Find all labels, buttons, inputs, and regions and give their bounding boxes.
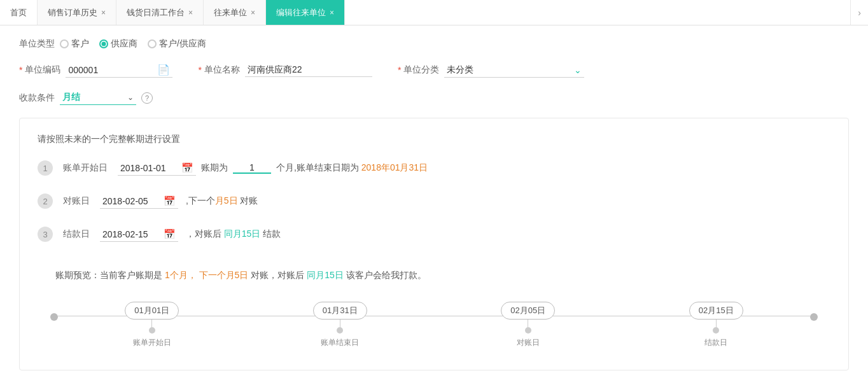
timeline-container: 01月01日 账单开始日 01月31日 账单结束日 02月05日 — [38, 292, 830, 355]
tab-edit-unit-label: 编辑往来单位 — [276, 7, 326, 18]
tab-related-units[interactable]: 往来单位 × — [204, 0, 266, 25]
tab-cash-work[interactable]: 钱货日清工作台 × — [116, 0, 204, 25]
payment-dropdown[interactable]: 月结 ⌄ — [60, 90, 136, 105]
radio-customer-circle — [60, 39, 69, 48]
period-row-2: 2 对账日 📅 ,下一个 月5日 对账 — [38, 194, 830, 209]
period-desc-1a: 账期为 — [201, 162, 228, 174]
period-desc-2a: ,下一个 — [183, 195, 215, 207]
unit-type-radio-group: 客户 供应商 客户/供应商 — [60, 38, 206, 50]
preview-end: 该客户会给我打款。 — [346, 270, 426, 280]
timeline-node-1: 01月01日 账单开始日 — [125, 302, 179, 348]
unit-code-input-box: 📄 — [66, 62, 172, 78]
start-date-input[interactable] — [120, 163, 181, 173]
unit-code-input[interactable] — [68, 65, 157, 75]
period-label-1: 账单开始日 — [63, 162, 108, 174]
payment-arrow: ⌄ — [127, 93, 134, 102]
period-num-3: 3 — [38, 227, 53, 242]
timeline-end-dot — [810, 313, 818, 321]
radio-both[interactable]: 客户/供应商 — [148, 38, 206, 50]
radio-supplier-label: 供应商 — [111, 38, 137, 50]
tabs-bar: 首页 销售订单历史 × 钱货日清工作台 × 往来单位 × 编辑往来单位 × › — [0, 0, 868, 25]
period-num-2: 2 — [38, 194, 53, 209]
timeline-node-1-dot — [149, 327, 155, 334]
timeline-start-dot — [50, 313, 58, 321]
tab-cash-work-label: 钱货日清工作台 — [127, 7, 185, 18]
unit-category-arrow: ⌄ — [574, 65, 582, 75]
timeline-node-2-dot — [337, 327, 343, 334]
radio-both-label: 客户/供应商 — [159, 38, 206, 50]
tab-scroll-arrow[interactable]: › — [850, 0, 868, 25]
timeline-node-3: 02月05日 对账日 — [501, 302, 555, 348]
timeline-node-1-date: 01月01日 — [125, 302, 179, 320]
unit-fields-row: * 单位编码 📄 * 单位名称 * 单位分类 未分类 ⌄ — [19, 62, 849, 78]
reconcile-date-input[interactable] — [102, 196, 164, 206]
radio-customer-label: 客户 — [71, 38, 89, 50]
payment-row: 收款条件 月结 ⌄ ? — [19, 90, 849, 105]
radio-supplier[interactable]: 供应商 — [99, 38, 137, 50]
unit-type-label: 单位类型 — [19, 38, 55, 50]
reconcile-date-calendar-icon[interactable]: 📅 — [164, 195, 176, 207]
preview-text: 账期预览：当前客户账期是 1个月， 下一个月5日 对账，对账后 同月15日 该客… — [38, 260, 830, 292]
tab-sales-history[interactable]: 销售订单历史 × — [38, 0, 116, 25]
radio-customer[interactable]: 客户 — [60, 38, 89, 50]
start-date-calendar-icon[interactable]: 📅 — [181, 162, 193, 174]
preview-hl1: 1个月， — [165, 270, 197, 280]
timeline-node-1-label: 账单开始日 — [133, 337, 171, 348]
preview-mid: 下一个月5日 — [199, 270, 249, 280]
timeline-node-3-dot — [525, 327, 531, 334]
preview-prefix: 账期预览：当前客户账期是 — [55, 270, 162, 280]
tab-edit-unit-close[interactable]: × — [330, 8, 334, 17]
timeline-node-2-date: 01月31日 — [313, 302, 367, 320]
unit-category-group: * 单位分类 未分类 ⌄ — [398, 63, 584, 78]
payment-label: 收款条件 — [19, 92, 55, 104]
tab-sales-history-close[interactable]: × — [101, 8, 106, 17]
unit-code-star: * — [19, 65, 22, 75]
payment-value: 月结 — [62, 92, 127, 103]
unit-code-label: 单位编码 — [25, 64, 60, 76]
tab-edit-unit[interactable]: 编辑往来单位 × — [266, 0, 345, 25]
timeline-node-3-label: 对账日 — [517, 337, 540, 348]
start-date-input-box: 📅 — [118, 161, 196, 176]
period-desc-3-hl: 同月15日 — [224, 229, 261, 240]
payment-date-calendar-icon[interactable]: 📅 — [164, 229, 176, 240]
timeline-node-4-date: 02月15日 — [689, 302, 743, 320]
timeline-node-2-label: 账单结束日 — [321, 337, 359, 348]
tab-home-label: 首页 — [10, 7, 27, 18]
info-box-title: 请按照未来的一个完整帐期进行设置 — [38, 134, 830, 145]
unit-name-input[interactable] — [245, 64, 372, 77]
period-end-date: 2018年01月31日 — [361, 162, 428, 174]
tab-cash-work-close[interactable]: × — [188, 8, 193, 17]
period-num-1: 1 — [38, 160, 53, 176]
timeline-node-3-connector — [528, 320, 528, 327]
unit-category-label: 单位分类 — [403, 64, 439, 76]
timeline-node-1-connector — [151, 320, 152, 327]
timeline-node-4-dot — [713, 327, 719, 334]
timeline-node-4-connector — [716, 320, 717, 327]
unit-name-label: 单位名称 — [204, 64, 240, 76]
tab-related-units-close[interactable]: × — [251, 8, 255, 17]
unit-name-group: * 单位名称 — [198, 64, 372, 77]
period-row-1: 1 账单开始日 📅 账期为 个月,账单结束日期为 2018年01月31日 — [38, 160, 830, 176]
unit-code-group: * 单位编码 📄 — [19, 62, 172, 78]
payment-date-input[interactable] — [102, 229, 164, 239]
unit-category-dropdown[interactable]: 未分类 ⌄ — [444, 63, 584, 78]
tab-related-units-label: 往来单位 — [214, 7, 247, 18]
payment-help-icon[interactable]: ? — [141, 92, 153, 104]
preview-mid2: 对账，对账后 — [251, 270, 307, 280]
months-input[interactable] — [233, 162, 271, 174]
period-label-2: 对账日 — [63, 195, 90, 207]
timeline-node-3-date: 02月05日 — [501, 302, 555, 320]
reconcile-date-input-box: 📅 — [100, 194, 178, 209]
period-desc-1b: 个月,账单结束日期为 — [276, 162, 361, 174]
preview-hl2: 同月15日 — [307, 270, 344, 280]
unit-name-star: * — [198, 65, 201, 75]
tab-home[interactable]: 首页 — [0, 0, 38, 25]
unit-code-icon[interactable]: 📄 — [157, 64, 170, 76]
timeline-node-4: 02月15日 结款日 — [689, 302, 743, 348]
tab-sales-history-label: 销售订单历史 — [48, 7, 97, 18]
timeline-node-2: 01月31日 账单结束日 — [313, 302, 367, 348]
unit-category-value: 未分类 — [447, 64, 574, 76]
period-desc-2-hl: 月5日 — [215, 195, 238, 207]
period-label-3: 结款日 — [63, 229, 90, 240]
unit-category-star: * — [398, 65, 401, 75]
